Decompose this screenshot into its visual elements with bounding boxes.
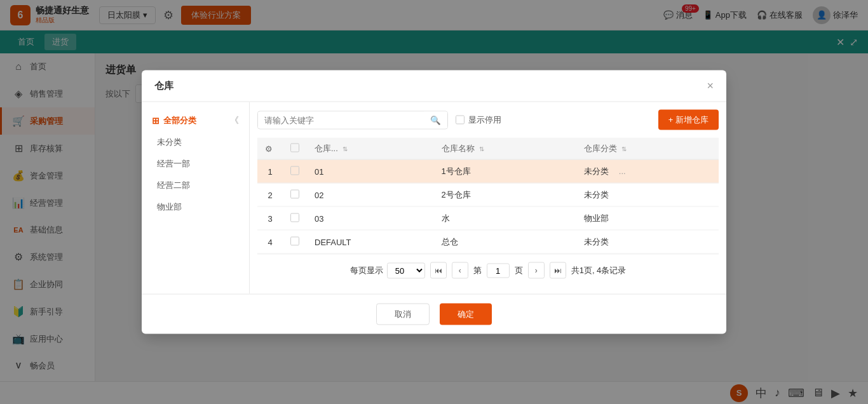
page-summary: 共1页, 4条记录 bbox=[571, 265, 627, 276]
row-category: 物业部 bbox=[576, 206, 719, 230]
row-checkbox-cell[interactable] bbox=[283, 159, 307, 183]
table-row[interactable]: 1 01 1号仓库 未分类... bbox=[257, 159, 719, 183]
row-code: DEFAULT bbox=[307, 230, 434, 253]
page-input[interactable] bbox=[487, 263, 510, 278]
category-item-ops2[interactable]: 经营二部 bbox=[142, 175, 249, 196]
next-page-button[interactable]: › bbox=[528, 262, 545, 279]
dialog-title: 仓库 bbox=[154, 80, 173, 92]
confirm-button[interactable]: 确定 bbox=[440, 304, 492, 325]
row-code: 02 bbox=[307, 183, 434, 206]
dialog-close-button[interactable]: × bbox=[707, 79, 714, 93]
sort-name-icon[interactable]: ⇅ bbox=[479, 145, 484, 152]
row-category: 未分类... bbox=[576, 159, 719, 183]
category-item-ops1[interactable]: 经营一部 bbox=[142, 153, 249, 175]
sort-code-icon[interactable]: ⇅ bbox=[342, 145, 348, 152]
row-checkbox-cell[interactable] bbox=[283, 206, 307, 230]
row-category: 未分类 bbox=[576, 230, 719, 253]
search-input[interactable] bbox=[258, 111, 424, 128]
sort-category-icon[interactable]: ⇅ bbox=[621, 145, 627, 152]
th-code: 仓库... ⇅ bbox=[307, 138, 434, 160]
dialog-footer: 取消 确定 bbox=[142, 294, 726, 334]
table-body: 1 01 1号仓库 未分类... 2 02 2号仓库 未分类 3 03 水 物业… bbox=[257, 159, 719, 253]
prev-page-button[interactable]: ‹ bbox=[452, 262, 468, 279]
header-checkbox[interactable] bbox=[290, 143, 299, 152]
category-item-property[interactable]: 物业部 bbox=[142, 196, 249, 218]
show-disabled-label: 显示停用 bbox=[468, 114, 501, 126]
warehouse-dialog: 仓库 × ⊞ 全部分类 《 未分类 经营一部 经营二部 物业部 bbox=[142, 71, 726, 334]
row-code: 03 bbox=[307, 206, 434, 230]
table-area: 🔍 显示停用 + 新增仓库 ⚙ bbox=[250, 102, 726, 294]
row-checkbox[interactable] bbox=[290, 213, 299, 222]
page-end-label: 页 bbox=[515, 265, 523, 276]
table-scroll: ⚙ 仓库... ⇅ 仓库名称 ⇅ bbox=[257, 138, 719, 254]
show-disabled-checkbox[interactable] bbox=[456, 116, 465, 125]
row-name: 总仓 bbox=[434, 230, 576, 253]
page-label: 第 bbox=[473, 265, 482, 276]
category-collapse-button[interactable]: 《 bbox=[230, 115, 239, 126]
table-header-row: ⚙ 仓库... ⇅ 仓库名称 ⇅ bbox=[257, 138, 719, 160]
category-header: ⊞ 全部分类 《 bbox=[142, 110, 249, 131]
add-warehouse-button[interactable]: + 新增仓库 bbox=[658, 110, 719, 130]
row-name: 1号仓库 bbox=[434, 159, 576, 183]
row-checkbox-cell[interactable] bbox=[283, 230, 307, 253]
row-num: 2 bbox=[257, 183, 283, 206]
row-code: 01 bbox=[307, 159, 434, 183]
table-row[interactable]: 2 02 2号仓库 未分类 bbox=[257, 183, 719, 206]
th-name: 仓库名称 ⇅ bbox=[434, 138, 576, 160]
row-checkbox[interactable] bbox=[290, 189, 299, 198]
per-page-label: 每页显示 bbox=[350, 265, 383, 276]
first-page-button[interactable]: ⏮ bbox=[430, 262, 447, 279]
row-checkbox[interactable] bbox=[290, 236, 299, 245]
grid-icon: ⊞ bbox=[152, 116, 159, 126]
row-num: 3 bbox=[257, 206, 283, 230]
row-action-icon[interactable]: ... bbox=[619, 166, 626, 176]
per-page-select[interactable]: 50 20 100 bbox=[387, 262, 425, 278]
row-checkbox-cell[interactable] bbox=[283, 183, 307, 206]
row-num: 1 bbox=[257, 159, 283, 183]
dialog-header: 仓库 × bbox=[142, 71, 726, 102]
row-name: 2号仓库 bbox=[434, 183, 576, 206]
row-num: 4 bbox=[257, 230, 283, 253]
show-disabled-toggle[interactable]: 显示停用 bbox=[456, 114, 501, 126]
th-check[interactable] bbox=[283, 138, 307, 160]
row-category: 未分类 bbox=[576, 183, 719, 206]
page-size-select: 每页显示 50 20 100 bbox=[350, 262, 425, 278]
row-checkbox[interactable] bbox=[290, 166, 299, 175]
search-input-wrap: 🔍 bbox=[257, 111, 448, 129]
cancel-button[interactable]: 取消 bbox=[376, 304, 430, 325]
category-item-unclassified[interactable]: 未分类 bbox=[142, 131, 249, 153]
th-settings[interactable]: ⚙ bbox=[257, 138, 283, 160]
category-sidebar: ⊞ 全部分类 《 未分类 经营一部 经营二部 物业部 bbox=[142, 102, 250, 294]
warehouse-table: ⚙ 仓库... ⇅ 仓库名称 ⇅ bbox=[257, 138, 719, 254]
last-page-button[interactable]: ⏭ bbox=[550, 262, 566, 279]
pagination: 每页显示 50 20 100 ⏮ ‹ 第 页 › ⏭ 共1页, 4条记录 bbox=[257, 254, 719, 286]
table-row[interactable]: 4 DEFAULT 总仓 未分类 bbox=[257, 230, 719, 253]
row-name: 水 bbox=[434, 206, 576, 230]
all-categories-label[interactable]: ⊞ 全部分类 bbox=[152, 115, 196, 126]
search-button[interactable]: 🔍 bbox=[424, 111, 447, 128]
table-toolbar: 🔍 显示停用 + 新增仓库 bbox=[257, 110, 719, 130]
table-row[interactable]: 3 03 水 物业部 bbox=[257, 206, 719, 230]
dialog-body: ⊞ 全部分类 《 未分类 经营一部 经营二部 物业部 bbox=[142, 102, 726, 294]
th-category: 仓库分类 ⇅ bbox=[576, 138, 719, 160]
